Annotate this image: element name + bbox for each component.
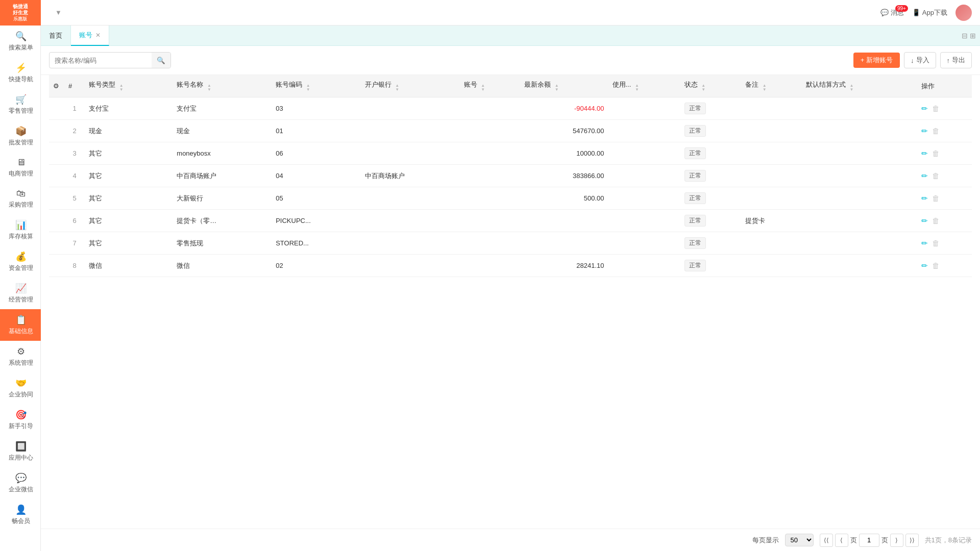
add-account-button[interactable]: + 新增账号 [853,53,900,68]
logo-text: 畅捷通好生意乐惠版 [13,4,28,22]
col-name[interactable]: 账号名称 ▲▼ [173,75,272,97]
col-default-settle[interactable]: 默认结算方式 ▲▼ [802,75,917,97]
table-header-row: ⚙ # 账号类型 ▲▼ 账号名称 ▲▼ 账号编码 ▲▼ [49,75,972,97]
next-page-button[interactable]: ⟩ [890,534,903,547]
sidebar-item-purchase[interactable]: 🛍 采购管理 [0,183,41,214]
row-action: ✏ 🗑 [917,210,972,232]
row-name: 大新银行 [173,187,272,210]
delete-button[interactable]: 🗑 [932,127,940,136]
sort-balance-icon: ▲▼ [555,84,559,92]
row-default-settle [802,165,917,187]
sidebar-item-label: 快捷导航 [9,75,33,84]
tab-close-icon[interactable]: ✕ [95,32,101,39]
import-button[interactable]: ↓ 导入 [904,52,936,68]
edit-button[interactable]: ✏ [921,149,928,158]
edit-button[interactable]: ✏ [921,104,928,113]
sidebar-item-search-menu[interactable]: 🔍 搜索菜单 [0,26,41,57]
row-usage [608,142,680,165]
col-remark[interactable]: 备注 ▲▼ [741,75,802,97]
row-status: 正常 [680,187,742,210]
tab-maximize-icon[interactable]: ⊞ [970,32,976,40]
sidebar-item-wholesale[interactable]: 📦 批发管理 [0,120,41,152]
app-download-button[interactable]: 📱 App下载 [912,8,947,17]
row-bank [361,210,460,232]
row-account-no [460,120,521,142]
sort-account-icon: ▲▼ [481,84,485,92]
col-type[interactable]: 账号类型 ▲▼ [85,75,173,97]
import-icon: ↓ [911,57,914,64]
sidebar-item-label: 新手引导 [9,422,33,431]
col-code[interactable]: 账号编码 ▲▼ [272,75,361,97]
search-input[interactable] [50,57,152,64]
sidebar-item-ops[interactable]: 📈 经营管理 [0,278,41,309]
sidebar-item-finance[interactable]: 💰 资金管理 [0,246,41,278]
row-account-no [460,97,521,120]
message-icon: 💬 [880,9,889,16]
store-dropdown-arrow[interactable]: ▼ [55,9,62,16]
tab-home[interactable]: 首页 [41,26,71,46]
row-code: 01 [272,120,361,142]
row-account-no [460,232,521,255]
row-type: 其它 [85,165,173,187]
delete-button[interactable]: 🗑 [932,104,940,113]
sidebar-item-member[interactable]: 👤 畅会员 [0,499,41,531]
sidebar-item-retail[interactable]: 🛒 零售管理 [0,89,41,120]
prev-page-button[interactable]: ⟨ [835,534,848,547]
col-usage[interactable]: 使用... ▲▼ [608,75,680,97]
message-button[interactable]: 💬 消息 99+ [880,8,904,17]
edit-button[interactable]: ✏ [921,171,928,181]
sort-type-icon: ▲▼ [119,84,124,92]
export-button[interactable]: ↑ 导出 [940,52,972,68]
delete-button[interactable]: 🗑 [932,216,940,226]
sidebar-item-wechat[interactable]: 💬 企业微信 [0,467,41,499]
col-settings[interactable]: ⚙ [49,75,64,97]
col-index: # [64,75,85,97]
page-size-select[interactable]: 50 100 200 [785,534,814,546]
delete-button[interactable]: 🗑 [932,194,940,203]
avatar[interactable] [955,5,972,21]
tab-minimize-icon[interactable]: ⊟ [962,32,968,40]
sidebar-logo: 畅捷通好生意乐惠版 [0,0,41,26]
finance-icon: 💰 [15,251,27,262]
sidebar-item-app-center[interactable]: 🔲 应用中心 [0,436,41,467]
sidebar-item-basic-info[interactable]: 📋 基础信息 [0,309,41,341]
sidebar-item-enterprise[interactable]: 🤝 企业协同 [0,372,41,404]
edit-button[interactable]: ✏ [921,216,928,226]
delete-button[interactable]: 🗑 [932,149,940,158]
table-row: 7 其它 零售抵现 STORED... 正常 ✏ 🗑 [49,232,972,255]
sidebar-item-ecommerce[interactable]: 🖥 电商管理 [0,152,41,183]
edit-button[interactable]: ✏ [921,261,928,270]
sidebar-item-quick-nav[interactable]: ⚡ 快捷导航 [0,57,41,89]
row-default-settle [802,255,917,277]
col-account-no[interactable]: 账号 ▲▼ [460,75,521,97]
row-action: ✏ 🗑 [917,232,972,255]
col-status[interactable]: 状态 ▲▼ [680,75,742,97]
row-index: 5 [64,187,85,210]
sidebar-item-inventory[interactable]: 📊 库存核算 [0,214,41,246]
sidebar-item-system[interactable]: ⚙ 系统管理 [0,341,41,372]
first-page-button[interactable]: ⟨⟨ [820,534,833,547]
page-input[interactable] [859,534,879,547]
sidebar-item-label: 企业微信 [9,485,33,494]
col-bank[interactable]: 开户银行 ▲▼ [361,75,460,97]
row-remark [741,120,802,142]
sort-code-icon: ▲▼ [306,84,310,92]
delete-button[interactable]: 🗑 [932,239,940,248]
last-page-button[interactable]: ⟩⟩ [905,534,919,547]
system-icon: ⚙ [17,346,25,357]
col-balance[interactable]: 最新余额 ▲▼ [520,75,608,97]
row-status: 正常 [680,255,742,277]
search-button[interactable]: 🔍 [152,52,170,68]
edit-button[interactable]: ✏ [921,194,928,203]
sidebar-item-guide[interactable]: 🎯 新手引导 [0,404,41,436]
delete-button[interactable]: 🗑 [932,261,940,270]
delete-button[interactable]: 🗑 [932,171,940,181]
row-action: ✏ 🗑 [917,165,972,187]
sidebar-item-label: 零售管理 [9,107,33,115]
edit-button[interactable]: ✏ [921,127,928,136]
edit-button[interactable]: ✏ [921,239,928,248]
table-row: 6 其它 提货卡（零… PICKUPC... 正常 提货卡 ✏ 🗑 [49,210,972,232]
row-remark [741,165,802,187]
sidebar-item-label: 库存核算 [9,232,33,241]
tab-account[interactable]: 账号 ✕ [71,26,109,46]
